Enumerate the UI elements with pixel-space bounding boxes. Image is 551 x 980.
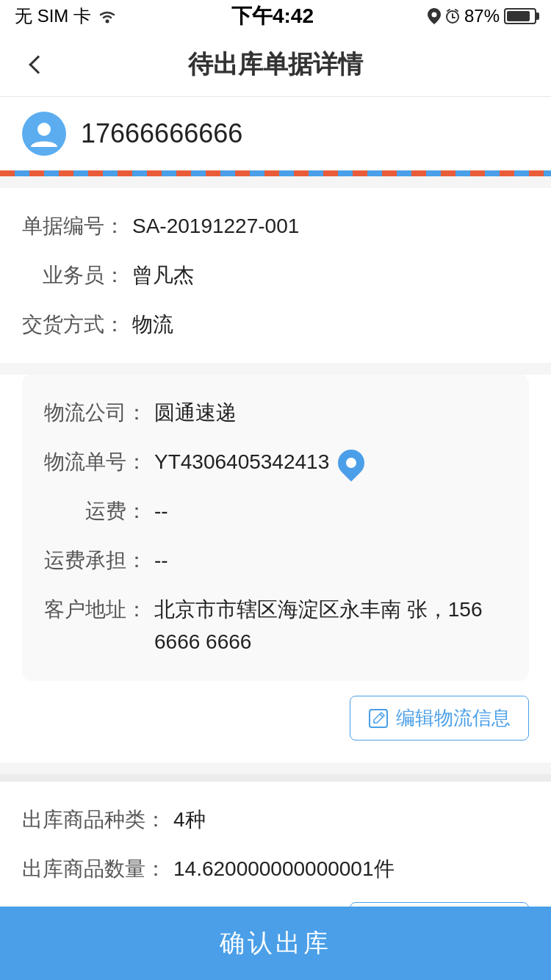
freight-row: 运费： --: [44, 495, 507, 528]
user-avatar-icon: [29, 119, 59, 148]
goods-quantity-value: 14.620000000000001件: [173, 853, 529, 886]
edit-logistics-label: 编辑物流信息: [396, 705, 511, 731]
address-row: 客户地址： 北京市市辖区海淀区永丰南 张，156 6666 6666: [44, 594, 507, 660]
address-label: 客户地址：: [44, 594, 147, 627]
wifi-icon: [97, 9, 118, 24]
status-left: 无 SIM 卡: [15, 4, 118, 28]
dashed-divider: [0, 170, 551, 176]
goods-quantity-row: 出库商品数量： 14.620000000000001件: [22, 853, 529, 886]
svg-rect-8: [370, 710, 387, 727]
edit-logistics-button[interactable]: 编辑物流信息: [350, 696, 529, 741]
battery-icon: [504, 8, 536, 24]
goods-quantity-label: 出库商品数量：: [22, 853, 166, 886]
basic-info-section: 单据编号： SA-20191227-001 业务员： 曾凡杰 交货方式： 物流: [0, 188, 551, 363]
svg-line-5: [447, 10, 450, 11]
logistics-card: 物流公司： 圆通速递 物流单号： YT4306405342413 运费： -- …: [22, 375, 529, 681]
delivery-value: 物流: [132, 309, 529, 342]
company-label: 物流公司：: [44, 397, 147, 430]
freight-bear-row: 运费承担： --: [44, 544, 507, 577]
back-button[interactable]: [22, 48, 54, 81]
freight-label: 运费：: [44, 495, 147, 528]
confirm-bar[interactable]: 确认出库: [0, 907, 551, 980]
svg-line-6: [455, 10, 458, 11]
address-value: 北京市市辖区海淀区永丰南 张，156 6666 6666: [154, 594, 507, 660]
order-no-label: 单据编号：: [22, 210, 125, 243]
battery-text: 87%: [464, 6, 500, 26]
company-row: 物流公司： 圆通速递: [44, 397, 507, 430]
goods-type-value: 4种: [173, 804, 529, 837]
order-no-row: 单据编号： SA-20191227-001: [22, 210, 529, 243]
confirm-button-label: 确认出库: [220, 926, 331, 960]
freight-value: --: [154, 495, 507, 528]
salesman-row: 业务员： 曾凡杰: [22, 259, 529, 292]
back-arrow-icon: [29, 55, 47, 73]
tracking-location-icon[interactable]: [333, 444, 370, 481]
avatar: [22, 112, 66, 156]
tracking-label: 物流单号：: [44, 446, 147, 479]
goods-type-label: 出库商品种类：: [22, 804, 166, 837]
user-header: 17666666666: [0, 97, 551, 170]
nav-bar: 待出库单据详情: [0, 32, 551, 97]
logistics-section: 物流公司： 圆通速递 物流单号： YT4306405342413 运费： -- …: [0, 375, 551, 763]
order-no-value: SA-20191227-001: [132, 210, 529, 243]
section-divider: [0, 774, 551, 782]
location-status-icon: [428, 8, 441, 24]
freight-bear-label: 运费承担：: [44, 544, 147, 577]
status-right: 87%: [428, 6, 536, 26]
carrier-text: 无 SIM 卡: [15, 4, 91, 28]
alarm-icon: [445, 8, 460, 24]
svg-point-7: [37, 123, 51, 136]
delivery-row: 交货方式： 物流: [22, 309, 529, 342]
goods-type-row: 出库商品种类： 4种: [22, 804, 529, 837]
svg-point-1: [431, 12, 436, 18]
tracking-value: YT4306405342413: [154, 446, 507, 479]
salesman-label: 业务员：: [22, 259, 125, 292]
tracking-row: 物流单号： YT4306405342413: [44, 446, 507, 479]
status-bar: 无 SIM 卡 下午4:42 87%: [0, 0, 551, 32]
edit-icon: [368, 708, 389, 729]
user-phone: 17666666666: [81, 118, 242, 149]
status-time: 下午4:42: [231, 2, 314, 30]
svg-point-0: [106, 20, 109, 24]
edit-btn-row: 编辑物流信息: [22, 696, 529, 741]
freight-bear-value: --: [154, 544, 507, 577]
delivery-label: 交货方式：: [22, 309, 125, 342]
page-title: 待出库单据详情: [54, 48, 497, 82]
company-value: 圆通速递: [154, 397, 507, 430]
salesman-value: 曾凡杰: [132, 259, 529, 292]
